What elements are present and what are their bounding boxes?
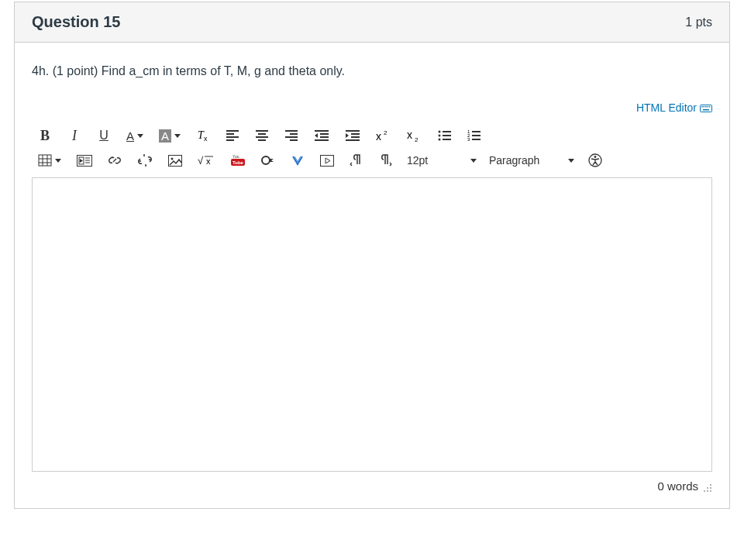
- chevron-down-icon: [55, 159, 61, 163]
- superscript-button[interactable]: x2: [374, 126, 393, 145]
- svg-text:x: x: [407, 129, 412, 141]
- equation-button[interactable]: √x: [196, 151, 216, 170]
- bullet-list-button[interactable]: [436, 126, 453, 145]
- svg-point-35: [439, 131, 441, 133]
- svg-point-79: [710, 484, 711, 486]
- embed-button[interactable]: [260, 151, 277, 170]
- svg-point-83: [707, 490, 708, 492]
- svg-text:x: x: [376, 130, 381, 142]
- svg-rect-3: [705, 106, 707, 108]
- accessibility-button[interactable]: [587, 151, 604, 170]
- background-color-button[interactable]: A: [157, 126, 182, 145]
- chevron-down-icon: [568, 159, 574, 163]
- question-header: Question 15 1 pts: [15, 2, 729, 43]
- ltr-button[interactable]: [348, 151, 365, 170]
- chevron-down-icon: [137, 134, 143, 138]
- insert-v-button[interactable]: [289, 151, 306, 170]
- rtl-button[interactable]: [377, 151, 394, 170]
- word-count: 0 words: [657, 479, 698, 493]
- unlink-button[interactable]: [136, 151, 154, 170]
- media-button[interactable]: [75, 151, 94, 170]
- paragraph-select[interactable]: Paragraph: [489, 154, 574, 167]
- svg-point-82: [704, 490, 705, 492]
- svg-point-63: [171, 157, 174, 160]
- svg-text:x: x: [206, 156, 211, 166]
- play-media-button[interactable]: [319, 151, 336, 170]
- text-color-button[interactable]: A: [125, 126, 145, 145]
- numbered-list-button[interactable]: 123: [466, 126, 483, 145]
- subscript-button[interactable]: x2: [405, 126, 424, 145]
- svg-point-78: [594, 156, 597, 158]
- question-body: 4h. (1 point) Find a_cm in terms of T, M…: [15, 43, 729, 508]
- editor-textarea[interactable]: [32, 177, 712, 472]
- question-title: Question 15: [32, 13, 120, 31]
- svg-line-76: [390, 163, 391, 164]
- paragraph-value: Paragraph: [489, 154, 539, 167]
- svg-marker-54: [80, 159, 83, 163]
- word-count-row: 0 words: [32, 479, 712, 493]
- svg-rect-2: [704, 106, 705, 108]
- indent-button[interactable]: [343, 126, 362, 145]
- question-points: 1 pts: [685, 15, 712, 29]
- question-card: Question 15 1 pts 4h. (1 point) Find a_c…: [14, 2, 730, 509]
- editor-toolbar: B I U A A Tx: [32, 120, 712, 177]
- svg-point-37: [439, 135, 441, 137]
- question-prompt: 4h. (1 point) Find a_cm in terms of T, M…: [32, 64, 712, 78]
- svg-marker-72: [326, 158, 330, 163]
- youtube-button[interactable]: YouTube: [229, 151, 247, 170]
- clear-formatting-button[interactable]: Tx: [195, 126, 212, 145]
- image-button[interactable]: [167, 151, 184, 170]
- underline-button[interactable]: U: [95, 126, 112, 145]
- bold-button[interactable]: B: [36, 126, 53, 145]
- svg-text:You: You: [232, 154, 239, 159]
- svg-rect-5: [709, 106, 711, 108]
- table-button[interactable]: [36, 151, 63, 170]
- chevron-down-icon: [174, 134, 181, 138]
- font-size-select[interactable]: 12pt: [407, 154, 477, 167]
- svg-point-39: [439, 139, 441, 141]
- svg-rect-0: [701, 105, 712, 112]
- toolbar-row-2: √x YouTube: [32, 148, 712, 173]
- svg-line-73: [350, 164, 352, 166]
- font-size-value: 12pt: [407, 154, 428, 167]
- html-editor-label: HTML Editor: [636, 101, 697, 114]
- svg-point-70: [262, 156, 270, 164]
- svg-rect-71: [321, 155, 334, 166]
- svg-marker-25: [315, 133, 318, 138]
- italic-button[interactable]: I: [66, 126, 83, 145]
- align-right-button[interactable]: [283, 126, 300, 145]
- svg-rect-4: [708, 106, 709, 108]
- svg-text:√: √: [198, 155, 204, 167]
- svg-text:2: 2: [384, 129, 388, 136]
- svg-marker-30: [346, 133, 349, 138]
- chevron-down-icon: [470, 159, 477, 163]
- outdent-button[interactable]: [312, 126, 331, 145]
- svg-point-80: [707, 487, 708, 489]
- svg-rect-6: [703, 109, 709, 111]
- editor-link-row: HTML Editor: [32, 101, 712, 114]
- html-editor-link[interactable]: HTML Editor: [636, 101, 712, 114]
- svg-line-75: [390, 164, 391, 166]
- svg-rect-1: [701, 106, 703, 108]
- toolbar-row-1: B I U A A Tx: [32, 123, 712, 148]
- svg-text:Tube: Tube: [232, 160, 244, 165]
- svg-text:x: x: [204, 135, 208, 143]
- svg-text:2: 2: [415, 136, 418, 142]
- link-button[interactable]: [106, 151, 123, 170]
- align-left-button[interactable]: [224, 126, 241, 145]
- align-center-button[interactable]: [253, 126, 270, 145]
- keyboard-icon: [700, 103, 712, 112]
- svg-rect-47: [39, 155, 51, 166]
- resize-handle-icon[interactable]: [703, 483, 712, 493]
- svg-point-81: [710, 487, 711, 489]
- svg-line-74: [350, 163, 352, 164]
- svg-point-84: [710, 490, 711, 492]
- svg-text:3: 3: [467, 137, 470, 142]
